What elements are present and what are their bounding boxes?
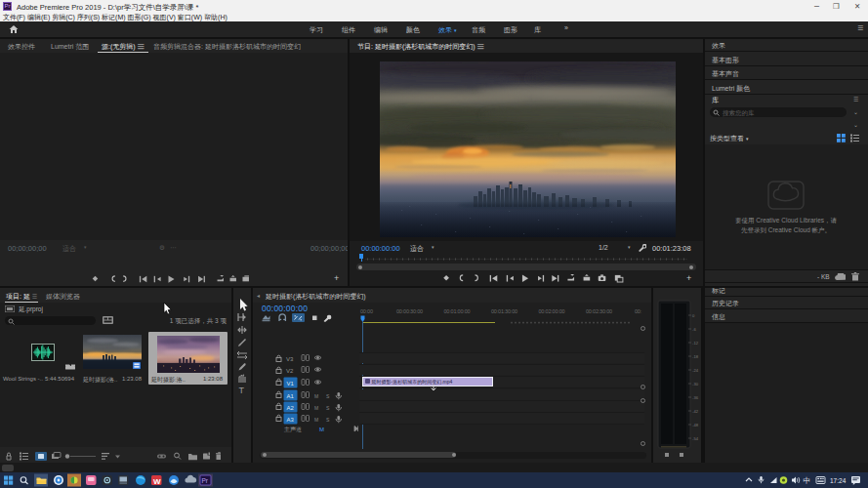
svg-text:S: S	[326, 417, 330, 423]
svg-text:T: T	[239, 386, 245, 394]
svg-text:A2: A2	[287, 405, 295, 411]
svg-text:-30: -30	[692, 382, 699, 386]
svg-text:V2: V2	[286, 368, 294, 374]
svg-text:S: S	[326, 393, 330, 399]
svg-text:-6: -6	[692, 327, 696, 332]
svg-text:-36: -36	[692, 395, 699, 400]
svg-text:Pr: Pr	[202, 477, 209, 484]
svg-text:W: W	[153, 477, 161, 486]
svg-text:-12: -12	[692, 341, 699, 346]
svg-text:A1: A1	[287, 393, 295, 399]
svg-text:0: 0	[692, 313, 695, 318]
svg-text:S: S	[326, 405, 330, 411]
svg-text:-54: -54	[692, 436, 699, 441]
svg-text:主声道: 主声道	[284, 426, 302, 432]
svg-text:V3: V3	[286, 356, 294, 362]
svg-text:M: M	[314, 417, 318, 423]
svg-text:-48: -48	[692, 423, 699, 427]
svg-text:17:24: 17:24	[830, 477, 847, 484]
svg-text:V1: V1	[287, 381, 295, 386]
svg-text:-24: -24	[692, 368, 699, 373]
svg-text:A3: A3	[287, 417, 295, 423]
svg-text:M: M	[314, 393, 318, 399]
svg-text:-42: -42	[692, 409, 699, 414]
svg-text:M: M	[319, 427, 324, 432]
svg-text:中: 中	[804, 476, 811, 485]
svg-text:-18: -18	[692, 354, 699, 359]
svg-text:M: M	[314, 405, 318, 411]
